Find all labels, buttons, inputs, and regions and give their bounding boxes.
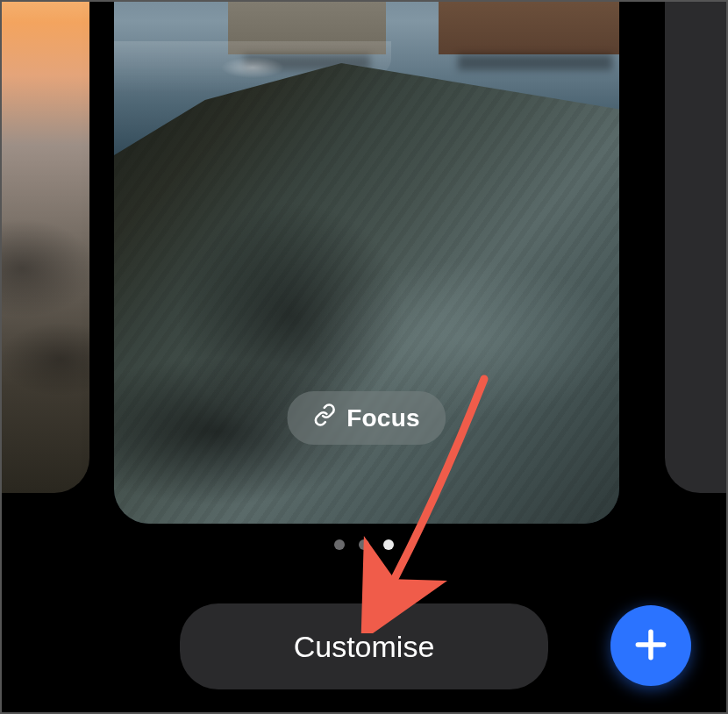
page-dot <box>359 539 369 550</box>
wallpaper-carousel[interactable]: Focus <box>2 2 726 524</box>
add-button[interactable] <box>610 605 691 686</box>
plus-icon <box>632 625 670 667</box>
wallpaper-card-next[interactable] <box>665 0 728 493</box>
page-dot <box>334 539 345 550</box>
wallpaper-card-prev[interactable] <box>0 0 89 493</box>
customise-button[interactable]: Customise <box>180 603 548 689</box>
focus-link-button[interactable]: Focus <box>287 391 446 445</box>
page-dot-active <box>383 539 394 550</box>
wallpaper-image <box>114 0 619 524</box>
link-icon <box>313 403 336 432</box>
focus-label: Focus <box>346 404 419 432</box>
wallpaper-card-current[interactable]: Focus <box>114 0 619 524</box>
bottom-toolbar: Customise <box>2 593 726 698</box>
page-indicator <box>2 539 726 550</box>
